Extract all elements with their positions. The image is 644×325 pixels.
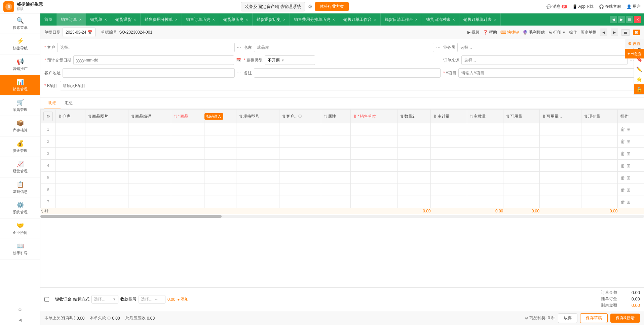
record-prev-btn[interactable]: ◀ bbox=[600, 29, 607, 36]
tab-close-cash-reconcile[interactable]: ✕ bbox=[452, 18, 455, 22]
cell-available[interactable] bbox=[503, 196, 539, 208]
cell-attribute[interactable] bbox=[321, 135, 351, 148]
cell-available2[interactable] bbox=[539, 160, 581, 172]
sidebar-item-marketing[interactable]: 📢 营销推广 bbox=[0, 54, 40, 75]
cell-product-code[interactable] bbox=[128, 184, 171, 196]
cell-main-unit[interactable] bbox=[431, 160, 467, 172]
cell-main-qty[interactable] bbox=[467, 172, 503, 184]
cell-product-code[interactable] bbox=[128, 135, 171, 148]
cell-customer-no[interactable] bbox=[279, 135, 321, 148]
cell-main-qty[interactable] bbox=[467, 135, 503, 148]
sort-spec[interactable]: ⇅ 规格型号 bbox=[239, 114, 259, 119]
row-copy-icon[interactable]: ⊞ bbox=[627, 127, 631, 132]
sort-warehouse[interactable]: ⇅ 仓库 bbox=[59, 114, 71, 119]
tab-close-sales-return[interactable]: ✕ bbox=[104, 18, 107, 22]
tab-detail[interactable]: 明细 bbox=[44, 97, 61, 109]
settings-btn[interactable]: ⚙ 设置 bbox=[625, 39, 644, 48]
cell-attribute[interactable] bbox=[321, 160, 351, 172]
delivery-date-input[interactable] bbox=[73, 55, 234, 65]
cell-product[interactable] bbox=[171, 135, 204, 148]
record-next-btn[interactable]: ▶ bbox=[611, 29, 618, 36]
address-input[interactable] bbox=[63, 68, 235, 78]
cell-product-image[interactable] bbox=[85, 160, 128, 172]
cell-attribute[interactable] bbox=[321, 123, 351, 135]
tab-close-order-history[interactable]: ✕ bbox=[212, 18, 215, 22]
cell-product-image[interactable] bbox=[85, 172, 128, 184]
row-copy-icon[interactable]: ⊞ bbox=[627, 151, 631, 156]
cell-spec[interactable] bbox=[236, 148, 279, 160]
cell-spec[interactable] bbox=[236, 196, 279, 208]
rsi-lock-btn[interactable]: 🔒 bbox=[634, 84, 644, 94]
cell-qty2[interactable] bbox=[397, 123, 431, 135]
app-download-btn[interactable]: 📱 App下载 bbox=[572, 4, 594, 9]
add-logistics-btn[interactable]: + +物流 bbox=[625, 49, 644, 58]
customer-more-btn[interactable]: ··· bbox=[237, 44, 241, 50]
grid-view-btn[interactable]: ⊞ bbox=[633, 30, 640, 35]
cell-spec[interactable] bbox=[236, 135, 279, 148]
discard-btn[interactable]: 放弃 bbox=[558, 313, 577, 323]
cell-stock[interactable] bbox=[581, 184, 618, 196]
tab-close-expense-history[interactable]: ✕ bbox=[332, 18, 335, 22]
sidebar-item-finance[interactable]: 💰 资金管理 bbox=[0, 136, 40, 157]
th-settings[interactable]: ⚙ bbox=[41, 110, 56, 123]
cell-available2[interactable] bbox=[539, 172, 581, 184]
cell-main-unit[interactable] bbox=[431, 196, 467, 208]
tab-refund-history[interactable]: 销货退货历史 ✕ bbox=[253, 13, 290, 26]
tab-order-workbench[interactable]: 销售订单工作台 ✕ bbox=[339, 13, 381, 26]
help-action[interactable]: ❓ 帮助 bbox=[483, 30, 497, 35]
cell-main-unit[interactable] bbox=[431, 123, 467, 135]
account-more-btn[interactable]: ··· bbox=[155, 297, 158, 302]
sidebar-item-stock[interactable]: 📦 库存核算 bbox=[0, 116, 40, 136]
industry-btn[interactable]: 体验行业方案 bbox=[315, 2, 349, 11]
cell-product-image[interactable] bbox=[85, 184, 128, 196]
cell-sales-unit[interactable] bbox=[351, 160, 397, 172]
tab-sales-return[interactable]: 销货单 ✕ bbox=[86, 13, 111, 26]
cell-main-unit[interactable] bbox=[431, 184, 467, 196]
cell-product-code[interactable] bbox=[128, 172, 171, 184]
order-source-input[interactable] bbox=[461, 55, 628, 65]
tab-home[interactable]: 首页 bbox=[40, 13, 57, 26]
tab-close-sales-order[interactable]: ✕ bbox=[79, 18, 82, 22]
project-b-input[interactable] bbox=[60, 81, 640, 90]
cell-warehouse[interactable] bbox=[56, 135, 85, 148]
tab-close-cash-workbench[interactable]: ✕ bbox=[415, 18, 418, 22]
cell-main-qty[interactable] bbox=[467, 160, 503, 172]
cell-customer-no[interactable] bbox=[279, 160, 321, 172]
cell-attribute[interactable] bbox=[321, 148, 351, 160]
cell-available2[interactable] bbox=[539, 184, 581, 196]
cell-sales-unit[interactable] bbox=[351, 148, 397, 160]
cell-qty2[interactable] bbox=[397, 196, 431, 208]
row-delete-icon[interactable]: 🗑 bbox=[620, 163, 625, 168]
cell-warehouse[interactable] bbox=[56, 184, 85, 196]
cell-qty2[interactable] bbox=[397, 172, 431, 184]
online-support-btn[interactable]: 🎧 在线客服 bbox=[599, 4, 621, 9]
row-copy-icon[interactable]: ⊞ bbox=[627, 199, 631, 205]
tab-sales-order[interactable]: 销售订单 ✕ bbox=[57, 13, 86, 26]
sort-customer-no[interactable]: ⇅ 客户... ⓘ bbox=[282, 114, 302, 119]
sort-product-code[interactable]: ⇅ 商品编码 bbox=[131, 114, 151, 119]
cell-product-code[interactable] bbox=[128, 123, 171, 135]
tab-cash-workbench[interactable]: 钱货日清工作台 ✕ bbox=[381, 13, 422, 26]
row-delete-icon[interactable]: 🗑 bbox=[620, 175, 625, 180]
cell-main-qty[interactable] bbox=[467, 123, 503, 135]
cell-stock[interactable] bbox=[581, 172, 618, 184]
settings-icon[interactable]: ⚙ bbox=[308, 3, 312, 10]
rsi-pencil-btn[interactable]: ✏️ bbox=[634, 64, 644, 74]
cell-qty2[interactable] bbox=[397, 148, 431, 160]
cell-warehouse[interactable] bbox=[56, 148, 85, 160]
warehouse-more-btn[interactable]: ··· bbox=[436, 44, 441, 50]
address-more-btn[interactable]: ··· bbox=[237, 70, 241, 76]
warehouse-input[interactable] bbox=[254, 43, 434, 52]
date-picker[interactable]: 2023-03-24 📅 bbox=[63, 28, 96, 37]
cell-product[interactable] bbox=[171, 160, 204, 172]
cell-qty2[interactable] bbox=[397, 135, 431, 148]
customer-input[interactable] bbox=[57, 43, 235, 52]
cell-available[interactable] bbox=[503, 135, 539, 148]
cell-main-qty[interactable] bbox=[467, 184, 503, 196]
cell-product[interactable] bbox=[171, 123, 204, 135]
sidebar-item-guide[interactable]: 📖 新手引导 bbox=[0, 239, 40, 259]
sidebar-item-search[interactable]: 🔍 搜索菜单 bbox=[0, 13, 40, 34]
nav-prev-btn[interactable]: ◀ bbox=[610, 16, 617, 23]
sidebar-item-quick[interactable]: ⚡ 快捷导航 bbox=[0, 34, 40, 54]
save-new-btn[interactable]: 保存&新增 bbox=[610, 314, 640, 323]
